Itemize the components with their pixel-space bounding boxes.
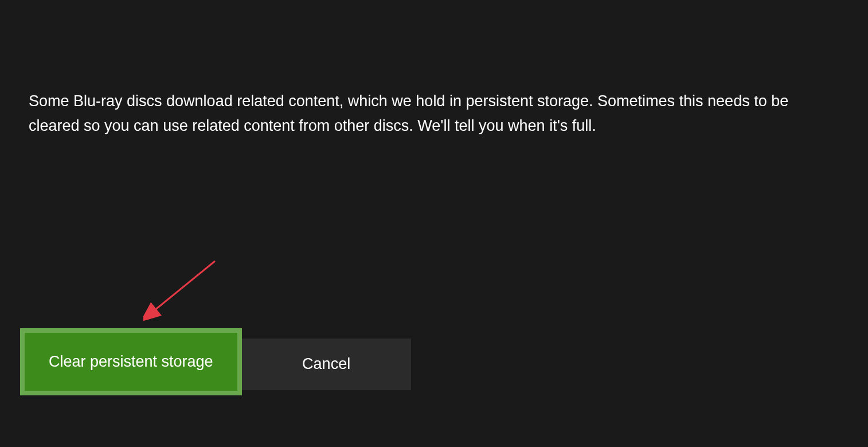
annotation-arrow-icon <box>143 258 224 327</box>
cancel-button[interactable]: Cancel <box>242 339 411 390</box>
clear-persistent-storage-button[interactable]: Clear persistent storage <box>25 333 237 391</box>
dialog-content: Some Blu-ray discs download related cont… <box>0 0 868 138</box>
svg-line-1 <box>154 261 215 311</box>
dialog-description: Some Blu-ray discs download related cont… <box>29 89 839 138</box>
button-row: Clear persistent storage Cancel <box>20 328 411 395</box>
primary-button-highlight: Clear persistent storage <box>20 328 242 395</box>
